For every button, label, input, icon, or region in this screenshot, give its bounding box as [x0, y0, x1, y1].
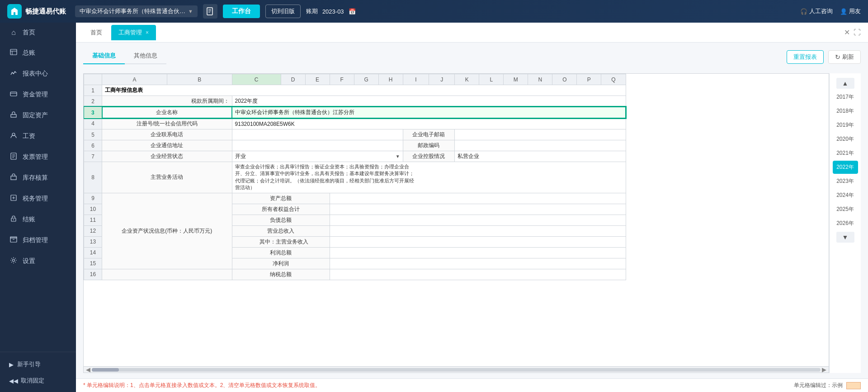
cell-8-value[interactable]: 审查企业会计报表；出具审计报告；验证企业资本；出具验资报告；办理企业合开、分立、… — [232, 162, 626, 193]
old-version-button[interactable]: 切到旧版 — [265, 5, 301, 18]
year-item-2018[interactable]: 2018年 — [833, 105, 858, 118]
col-header-k[interactable]: K — [455, 74, 479, 85]
sidebar-item-ledger[interactable]: 总账 — [0, 43, 76, 63]
reset-report-btn[interactable]: 重置报表 — [787, 50, 824, 64]
dropdown-arrow[interactable]: ▼ — [396, 154, 400, 159]
tab-active[interactable]: 工商管理 × — [111, 25, 156, 40]
sidebar-item-close[interactable]: 结账 — [0, 209, 76, 230]
sub-tab-basic[interactable]: 基础信息 — [83, 48, 125, 64]
sidebar-item-assets[interactable]: 固定资产 — [0, 105, 76, 126]
cell-6-value[interactable] — [232, 140, 403, 151]
sidebar-label-settings: 设置 — [23, 257, 35, 265]
row-num-15: 15 — [84, 258, 102, 269]
expand-icon[interactable]: ⛶ — [854, 29, 861, 37]
cell-7-value[interactable]: 开业 ▼ — [232, 151, 403, 162]
year-item-2021[interactable]: 2021年 — [833, 147, 858, 160]
sidebar-label-inventory: 库存核算 — [23, 174, 48, 182]
cell-15-value[interactable] — [330, 258, 626, 269]
cell-5-right-value[interactable] — [455, 129, 626, 140]
year-item-2017[interactable]: 2017年 — [833, 91, 858, 104]
col-header-f[interactable]: F — [330, 74, 354, 85]
tab-close-btn[interactable]: × — [146, 29, 149, 36]
col-header-i[interactable]: I — [403, 74, 429, 85]
h-scroll-left-btn[interactable]: ◀ — [85, 366, 92, 373]
col-header-p[interactable]: P — [577, 74, 601, 85]
cell-6-right-value[interactable] — [455, 140, 626, 151]
col-header-c[interactable]: C — [232, 74, 281, 85]
cell-5-value[interactable] — [232, 129, 403, 140]
year-item-2025[interactable]: 2025年 — [833, 203, 858, 216]
col-header-n[interactable]: N — [528, 74, 552, 85]
h-scroll-handle[interactable] — [92, 368, 119, 372]
col-header-m[interactable]: M — [504, 74, 528, 85]
sidebar-label-assets: 固定资产 — [23, 111, 48, 120]
main-layout: ⌂ 首页 总账 报表中心 资金管理 — [0, 23, 868, 392]
col-header-d[interactable]: D — [281, 74, 305, 85]
col-header-b[interactable]: B — [167, 74, 232, 85]
cancel-fixed-btn[interactable]: ◀◀ 取消固定 — [0, 373, 76, 388]
col-header-o[interactable]: O — [552, 74, 577, 85]
cell-11-sublabel: 负债总额 — [232, 215, 330, 225]
workbench-button[interactable]: 工作台 — [223, 5, 260, 18]
cell-7-right-label: 企业控股情况 — [403, 151, 455, 162]
sidebar-item-inventory[interactable]: 库存核算 — [0, 167, 76, 188]
sidebar-item-settings[interactable]: 设置 — [0, 251, 76, 272]
year-item-2026[interactable]: 2026年 — [833, 217, 858, 230]
new-user-btn[interactable]: ▶ 新手引导 — [0, 356, 76, 373]
user-service[interactable]: 🎧 人工咨询 — [800, 7, 833, 15]
calendar-icon[interactable]: 📅 — [349, 8, 356, 15]
sidebar-item-archive[interactable]: 归档管理 — [0, 230, 76, 251]
cell-13-value[interactable] — [330, 236, 626, 247]
year-item-2020[interactable]: 2020年 — [833, 133, 858, 146]
col-header-q[interactable]: Q — [601, 74, 626, 85]
cell-edited-sample — [846, 382, 861, 389]
table-scroll[interactable]: A B C D E F G H I J — [84, 74, 829, 366]
sidebar-item-invoice[interactable]: 发票管理 — [0, 147, 76, 167]
cell-2-value[interactable]: 2022年度 — [232, 96, 626, 107]
h-scroll-right-btn[interactable]: ▶ — [821, 366, 828, 373]
cell-16-value[interactable] — [330, 269, 626, 280]
sub-tabs: 基础信息 其他信息 — [83, 48, 166, 64]
user-icon: 👤 — [840, 8, 847, 15]
row-num-13: 13 — [84, 236, 102, 247]
cell-12-value[interactable] — [330, 225, 626, 236]
sub-tab-other[interactable]: 其他信息 — [125, 48, 166, 64]
h-scroll-bar[interactable] — [92, 368, 821, 372]
company-selector[interactable]: 中审众环会计师事务所（特殊普通合伙… ▼ — [75, 5, 198, 17]
cell-10-sublabel: 所有者权益合计 — [232, 204, 330, 215]
sidebar-item-tax[interactable]: 税务管理 — [0, 188, 76, 209]
doc-icon[interactable] — [203, 4, 217, 19]
col-header-g[interactable]: G — [354, 74, 378, 85]
cell-4-value[interactable]: 91320100MA208E5W6K — [232, 118, 626, 129]
year-item-2024[interactable]: 2024年 — [833, 189, 858, 202]
col-header-a[interactable]: A — [102, 74, 167, 85]
logo-icon — [7, 4, 22, 19]
year-item-2023[interactable]: 2023年 — [833, 175, 858, 188]
close-window-icon[interactable]: ✕ — [844, 28, 850, 37]
cell-11-value[interactable] — [330, 215, 626, 225]
year-item-2022[interactable]: 2022年 — [833, 161, 858, 174]
year-nav-down-btn[interactable]: ▼ — [836, 232, 854, 243]
col-header-h[interactable]: H — [378, 74, 403, 85]
cell-14-value[interactable] — [330, 247, 626, 258]
logo-area: 畅捷通易代账 — [7, 4, 66, 19]
title-cell[interactable]: 工商年报信息表 — [102, 85, 626, 96]
svg-rect-0 — [207, 8, 212, 15]
col-header-j[interactable]: J — [429, 74, 454, 85]
year-nav-up-btn[interactable]: ▲ — [836, 78, 854, 89]
col-header-e[interactable]: E — [305, 74, 330, 85]
year-item-2019[interactable]: 2019年 — [833, 119, 858, 132]
tab-home[interactable]: 首页 — [83, 25, 109, 40]
sidebar-item-report[interactable]: 报表中心 — [0, 63, 76, 84]
sidebar-item-home[interactable]: ⌂ 首页 — [0, 23, 76, 43]
refresh-btn[interactable]: ↻ 刷新 — [828, 50, 861, 64]
sidebar-item-fund[interactable]: 资金管理 — [0, 84, 76, 105]
cell-15-sublabel: 净利润 — [232, 258, 330, 269]
cell-10-value[interactable] — [330, 204, 626, 215]
sidebar-item-wage[interactable]: 工资 — [0, 126, 76, 147]
cell-9-value[interactable] — [330, 193, 626, 204]
user-area[interactable]: 👤 用友 — [840, 7, 861, 15]
col-header-l[interactable]: L — [479, 74, 504, 85]
cell-7-right-value[interactable]: 私营企业 — [455, 151, 626, 162]
cell-3-value[interactable]: 中审众环会计师事务所（特殊普通合伙）江苏分所 — [232, 107, 626, 118]
